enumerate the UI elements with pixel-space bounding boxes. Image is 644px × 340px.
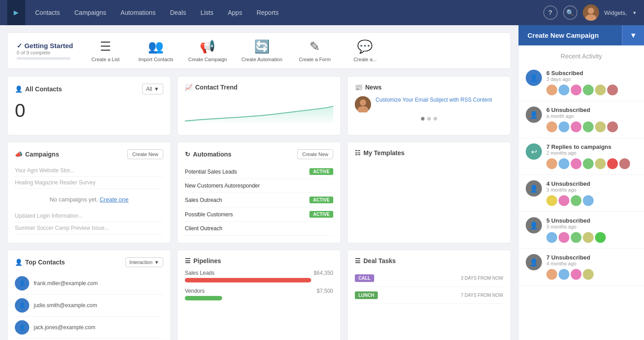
act-av bbox=[583, 85, 594, 95]
dashboard-row-1: 👤 All Contacts All ▼ 0 📈 Contact Trend bbox=[7, 76, 511, 135]
act-av bbox=[571, 121, 581, 132]
news-icon: 📰 bbox=[355, 84, 362, 91]
pipelines-header: ☰ Pipelines bbox=[185, 257, 333, 264]
nav-campaigns[interactable]: Campaigns bbox=[68, 5, 112, 20]
activity-title-6: 7 Unsubscribed bbox=[546, 254, 637, 261]
act-av bbox=[546, 232, 557, 243]
campaign-item-5: Summer Soccer Camp Preview Issue... bbox=[15, 222, 163, 234]
act-av bbox=[546, 121, 557, 132]
task-badge-call: CALL bbox=[355, 274, 374, 282]
activity-item-3: ↩ 7 Replies to campaigns 2 months ago bbox=[519, 138, 644, 175]
act-av bbox=[583, 232, 594, 243]
activity-icon-subscribe-1: 👤 bbox=[526, 70, 542, 86]
gs-item-automation[interactable]: 🔄 Create Automation bbox=[242, 39, 282, 62]
activity-content-4: 4 Unsubscribed 3 months ago bbox=[546, 180, 637, 206]
nav-contacts[interactable]: Contacts bbox=[29, 5, 66, 20]
interaction-chevron-icon: ▼ bbox=[154, 259, 159, 265]
sidebar: Create New Campaign ▼ Recent Activity 👤 … bbox=[518, 25, 644, 340]
import-icon: 👥 bbox=[148, 39, 164, 54]
top-contacts-list: 👤 frank.miller@example.com 👤 judie.smith… bbox=[15, 273, 163, 339]
activity-item-4: 👤 4 Unsubscribed 3 months ago bbox=[519, 175, 644, 212]
gs-item-automation-label: Create Automation bbox=[242, 57, 282, 62]
activity-icon-reply-3: ↩ bbox=[526, 143, 542, 160]
pipelines-icon: ☰ bbox=[185, 257, 191, 264]
act-av bbox=[595, 232, 606, 243]
act-av bbox=[607, 85, 618, 95]
nav-automations[interactable]: Automations bbox=[114, 5, 162, 20]
news-title: 📰 News bbox=[355, 84, 382, 91]
act-av bbox=[546, 195, 557, 206]
gs-item-create-label: Create a... bbox=[353, 57, 376, 62]
act-av bbox=[583, 121, 594, 132]
news-dot-2[interactable] bbox=[427, 117, 431, 121]
nav-lists[interactable]: Lists bbox=[194, 5, 220, 20]
nav-reports[interactable]: Reports bbox=[250, 5, 285, 20]
user-name[interactable]: Widgets, bbox=[604, 9, 627, 16]
contact-item-3: 👤 jack.jones@example.com bbox=[15, 317, 163, 339]
act-av bbox=[571, 269, 581, 280]
activity-title-4: 4 Unsubscribed bbox=[546, 180, 637, 187]
campaigns-list: Your Agni Website Stor... Healing Magazi… bbox=[15, 165, 163, 234]
help-button[interactable]: ? bbox=[543, 5, 558, 20]
gs-title: ✓ Getting Started bbox=[17, 42, 73, 50]
gs-item-campaign[interactable]: 📢 Create Campaign bbox=[188, 39, 227, 62]
activity-item-6: 👤 7 Unsubscribed 4 months ago bbox=[519, 249, 644, 286]
logo: ► bbox=[7, 0, 25, 25]
news-dot-3[interactable] bbox=[434, 117, 437, 121]
activity-icon-unsubscribe-2: 👤 bbox=[526, 107, 542, 123]
automation-status-4: ACTIVE bbox=[309, 211, 333, 218]
campaigns-create-link[interactable]: Create one bbox=[99, 196, 128, 203]
svg-point-1 bbox=[588, 8, 594, 14]
user-avatar[interactable] bbox=[583, 4, 599, 21]
activity-time-4: 3 months ago bbox=[546, 187, 637, 192]
automations-title: ↻ Automations bbox=[185, 151, 232, 158]
activity-avatars-3 bbox=[546, 158, 637, 169]
dashboard-row-2: 📣 Campaigns Create New Your Agni Website… bbox=[7, 142, 511, 243]
user-dropdown-icon[interactable]: ▼ bbox=[632, 10, 637, 15]
news-avatar bbox=[355, 96, 371, 112]
nav-apps[interactable]: Apps bbox=[222, 5, 249, 20]
campaigns-create-btn[interactable]: Create New bbox=[127, 149, 163, 159]
news-link[interactable]: Customize Your Email Subject with RSS Co… bbox=[376, 97, 492, 103]
automations-create-btn[interactable]: Create New bbox=[297, 149, 333, 159]
activity-time-5: 3 months ago bbox=[546, 224, 637, 229]
contacts-filter[interactable]: All ▼ bbox=[142, 84, 163, 94]
act-av bbox=[559, 232, 569, 243]
campaign-item-1: Your Agni Website Stor... bbox=[15, 165, 163, 177]
activity-avatars-5 bbox=[546, 232, 637, 243]
automation-item-4: Possible Customers ACTIVE bbox=[185, 207, 333, 222]
create-campaign-dropdown[interactable]: ▼ bbox=[622, 25, 644, 45]
create-campaign-button[interactable]: Create New Campaign bbox=[519, 25, 622, 45]
automation-item-2: New Customers Autoresponder bbox=[185, 179, 333, 193]
form-icon: ✎ bbox=[309, 39, 320, 54]
act-av bbox=[559, 85, 569, 95]
pipeline-bar-1 bbox=[185, 278, 311, 282]
automation-item-3: Sales Outreach ACTIVE bbox=[185, 193, 333, 207]
gs-item-form[interactable]: ✎ Create a Form bbox=[297, 39, 333, 62]
contact-item-2: 👤 judie.smith@example.com bbox=[15, 295, 163, 317]
gs-item-list[interactable]: ☰ Create a List bbox=[88, 39, 124, 62]
activity-time-3: 2 months ago bbox=[546, 150, 637, 156]
interaction-filter[interactable]: Interaction ▼ bbox=[125, 257, 163, 267]
act-av bbox=[595, 85, 606, 95]
task-badge-lunch: LUNCH bbox=[355, 291, 378, 299]
search-button[interactable]: 🔍 bbox=[563, 5, 577, 20]
nav-deals[interactable]: Deals bbox=[164, 5, 192, 20]
pipeline-label-2: Vendors $7,500 bbox=[185, 288, 333, 294]
news-card: 📰 News Customize Your Email Subject with… bbox=[347, 76, 511, 135]
activity-content-6: 7 Unsubscribed 4 months ago bbox=[546, 254, 637, 280]
contacts-icon: 👤 bbox=[15, 85, 22, 93]
gs-item-list-label: Create a List bbox=[91, 57, 119, 62]
gs-items: ☰ Create a List 👥 Import Contacts 📢 Crea… bbox=[88, 39, 501, 62]
activity-time-1: 3 days ago bbox=[546, 76, 637, 82]
activity-avatars-1 bbox=[546, 85, 637, 95]
act-av bbox=[559, 269, 569, 280]
activity-avatars-4 bbox=[546, 195, 637, 206]
act-av bbox=[546, 269, 557, 280]
activity-content-5: 5 Unsubscribed 3 months ago bbox=[546, 217, 637, 243]
automations-card: ↻ Automations Create New Potential Sales… bbox=[177, 142, 341, 243]
gs-item-create[interactable]: 💬 Create a... bbox=[347, 39, 383, 62]
filter-chevron-icon: ▼ bbox=[154, 86, 159, 92]
gs-item-import[interactable]: 👥 Import Contacts bbox=[138, 39, 174, 62]
news-dot-1[interactable] bbox=[421, 117, 425, 121]
